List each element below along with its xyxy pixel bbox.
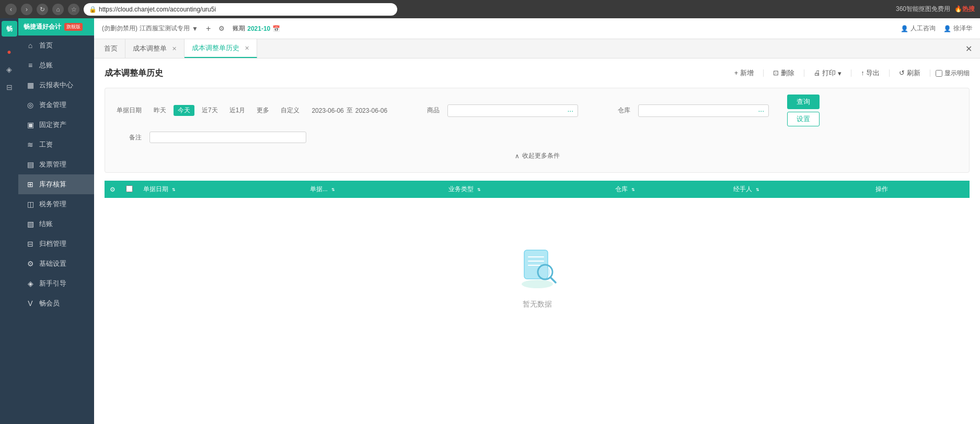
nav-icon-invoice: ▤ — [26, 160, 35, 169]
back-button[interactable]: ‹ — [5, 4, 17, 15]
tab-cost-adjust-history-close[interactable]: ✕ — [245, 45, 249, 52]
add-tab-btn[interactable]: + — [206, 24, 211, 33]
sidebar-item-ledger[interactable]: ≡总账 — [18, 55, 94, 75]
warehouse-filter-label: 仓库 — [602, 106, 630, 115]
col-date-sort[interactable]: ⇅ — [172, 188, 176, 192]
refresh-btn[interactable]: ↺ 刷新 — [895, 66, 925, 80]
show-col-toggle[interactable]: 显示明细 — [936, 69, 970, 78]
version-badge: 旗舰版 — [64, 23, 83, 31]
filter-row-date: 单据日期 昨天 今天 近7天 近1月 更多 自定义 2023-06-06 至 2… — [113, 95, 961, 126]
table-header-row: ⚙ 单据日期 ⇅ 单据... ⇅ — [105, 181, 970, 198]
tab-home-label: 首页 — [104, 44, 118, 53]
7days-btn[interactable]: 近7天 — [198, 105, 222, 116]
company-selector[interactable]: (勿删勿禁用) 江西服宝测试专用 ▼ — [102, 24, 198, 33]
tab-cost-adjust-close[interactable]: ✕ — [172, 45, 177, 52]
date-from: 2023-06-06 — [312, 107, 343, 114]
collapse-icon: ∧ — [515, 152, 520, 160]
nav-label-member: 畅会员 — [39, 299, 60, 308]
sidebar-item-account[interactable]: ▧结账 — [18, 214, 94, 234]
col-settings-icon[interactable]: ⚙ — [110, 186, 116, 193]
sidebar-item-report[interactable]: ▦云报表中心 — [18, 75, 94, 95]
period-label: 账期 — [233, 24, 245, 33]
new-btn[interactable]: + 新增 — [730, 66, 758, 80]
nav-icon-home: ⌂ — [26, 41, 35, 50]
nav-icon-ledger: ≡ — [26, 61, 35, 69]
col-biztype-sort[interactable]: ⇅ — [477, 188, 481, 192]
refresh-btn-label: ↺ 刷新 — [899, 68, 920, 78]
1month-btn[interactable]: 近1月 — [225, 105, 250, 116]
nav-label-account: 结账 — [39, 219, 53, 229]
app-header-right: 👤 人工咨询 👤 徐泽华 — [901, 24, 972, 33]
user-profile[interactable]: 👤 徐泽华 — [943, 24, 972, 33]
sidebar-item-settings[interactable]: ⚙基础设置 — [18, 254, 94, 274]
address-bar[interactable]: 🔒 https://cloud.chanjet.com/accounting/u… — [84, 3, 397, 16]
sidebar-item-tax[interactable]: ◫税务管理 — [18, 194, 94, 214]
warehouse-selector[interactable]: ··· — [638, 104, 769, 117]
col-number-header[interactable]: 单据... ⇅ — [305, 181, 443, 198]
tab-cost-adjust[interactable]: 成本调整单 ✕ — [125, 39, 185, 58]
sidebar-item-archive[interactable]: ⊟归档管理 — [18, 234, 94, 254]
brand-icon: 畅 — [6, 25, 13, 33]
col-number-sort[interactable]: ⇅ — [331, 188, 335, 192]
goods-more-icon[interactable]: ··· — [567, 107, 573, 115]
col-warehouse-sort[interactable]: ⇅ — [631, 188, 635, 192]
collapse-btn[interactable]: ∧ 收起更多条件 — [512, 148, 563, 163]
more-btn[interactable]: 更多 — [252, 105, 273, 116]
icon-sidebar-tool2[interactable]: ⊟ — [2, 79, 17, 95]
url-text: https://cloud.chanjet.com/accounting/uru… — [99, 6, 216, 13]
col-handler-sort[interactable]: ⇅ — [756, 188, 759, 192]
table-body: 暂无数据 — [105, 198, 970, 351]
print-btn[interactable]: 🖨 打印 ▾ — [810, 66, 846, 80]
sidebar-item-invoice[interactable]: ▤发票管理 — [18, 155, 94, 174]
reload-button[interactable]: ↻ — [37, 4, 48, 15]
delete-btn[interactable]: ⊡ 删除 — [769, 66, 799, 80]
sidebar-item-home[interactable]: ⌂首页 — [18, 36, 94, 55]
app-container: 畅 ● ◈ ⊟ 畅捷通好会计 旗舰版 ⌂首页≡总账▦云报表中心◎资金管理▣固定资… — [0, 18, 980, 424]
goods-selector[interactable]: ··· — [447, 104, 578, 117]
service-btn[interactable]: 👤 人工咨询 — [901, 24, 936, 33]
logo-text: 畅捷通好会计 — [24, 22, 61, 31]
remark-input[interactable] — [149, 132, 306, 143]
sidebar-item-member[interactable]: V畅会员 — [18, 293, 94, 313]
today-btn[interactable]: 今天 — [174, 105, 194, 116]
home-button[interactable]: ⌂ — [52, 4, 64, 15]
col-settings-header[interactable]: ⚙ — [105, 181, 121, 198]
svg-point-0 — [522, 280, 553, 288]
forward-button[interactable]: › — [21, 4, 32, 15]
tab-home[interactable]: 首页 — [97, 39, 125, 58]
query-button[interactable]: 查询 — [787, 95, 820, 109]
icon-sidebar-tool1[interactable]: ◈ — [2, 62, 17, 77]
print-dropdown-icon: ▾ — [838, 69, 841, 77]
export-btn-label: ↑ 导出 — [861, 68, 880, 78]
svg-line-8 — [550, 277, 556, 282]
sidebar-item-asset[interactable]: ▣固定资产 — [18, 115, 94, 135]
date-separator: 至 — [347, 106, 353, 115]
col-date-header[interactable]: 单据日期 ⇅ — [138, 181, 305, 198]
nav-label-asset: 固定资产 — [39, 120, 66, 129]
icon-sidebar-weibo[interactable]: ● — [2, 44, 17, 60]
warehouse-more-icon[interactable]: ··· — [758, 107, 764, 115]
sidebar-item-fund[interactable]: ◎资金管理 — [18, 95, 94, 115]
col-warehouse-header[interactable]: 仓库 ⇅ — [610, 181, 728, 198]
date-to: 2023-06-06 — [355, 107, 387, 114]
tab-cost-adjust-history[interactable]: 成本调整单历史 ✕ — [185, 39, 257, 58]
show-col-checkbox-input[interactable] — [936, 70, 942, 77]
col-biztype-header[interactable]: 业务类型 ⇅ — [443, 181, 610, 198]
col-handler-header[interactable]: 经手人 ⇅ — [728, 181, 870, 198]
bookmark-button[interactable]: ☆ — [68, 4, 79, 15]
custom-btn[interactable]: 自定义 — [276, 105, 304, 116]
yesterday-btn[interactable]: 昨天 — [149, 105, 170, 116]
header-settings-icon[interactable]: ⚙ — [218, 25, 225, 32]
sidebar-item-salary[interactable]: ≋工资 — [18, 135, 94, 155]
lock-icon: 🔒 — [89, 6, 97, 13]
select-all-checkbox[interactable] — [126, 185, 133, 192]
calendar-icon[interactable]: 📅 — [272, 25, 280, 32]
sidebar-item-inventory[interactable]: ⊞库存核算 — [18, 174, 94, 194]
set-button[interactable]: 设置 — [787, 112, 820, 126]
nav-sidebar-header: 畅捷通好会计 旗舰版 — [18, 18, 94, 36]
page-title: 成本调整单历史 — [105, 68, 163, 79]
close-all-tabs-btn[interactable]: ✕ — [965, 44, 972, 54]
sidebar-item-guide[interactable]: ◈新手引导 — [18, 274, 94, 293]
export-btn[interactable]: ↑ 导出 — [857, 66, 884, 80]
col-checkbox-header[interactable] — [121, 181, 138, 198]
